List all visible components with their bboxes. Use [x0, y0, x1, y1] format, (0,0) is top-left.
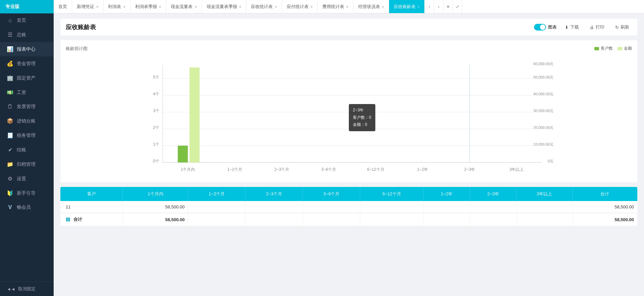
download-icon: ⬇ [565, 25, 569, 30]
sidebar-item-assets[interactable]: 🏢 固定资产 [0, 71, 54, 85]
svg-text:2~3年: 2~3年 [464, 167, 475, 172]
sidebar-item-archive[interactable]: 📁 归档管理 [0, 157, 54, 171]
sidebar-item-guide[interactable]: 🔰 新手引导 [0, 186, 54, 200]
sidebar-item-label: 总账 [17, 32, 26, 38]
sidebar-pin-toggle[interactable]: ◄◄ 取消固定 [0, 282, 54, 296]
tab-nav-right[interactable]: › [434, 0, 443, 13]
legend-color-customers [594, 47, 599, 50]
tab-profit[interactable]: 利润表 × [103, 0, 130, 13]
refresh-label: 刷新 [621, 24, 629, 30]
archive-icon: 📁 [7, 161, 13, 167]
cell-total: 58,500.00 [572, 201, 637, 213]
chart-svg: 0个 1个 2个 3个 4个 5个 0元 10,000.00元 20,000.0… [66, 55, 632, 176]
col-total: 合计 [572, 187, 637, 201]
sidebar-item-closing[interactable]: ✔ 结账 [0, 143, 54, 157]
close-icon[interactable]: × [159, 5, 161, 9]
total-m6 [423, 213, 470, 226]
sidebar-item-salary[interactable]: 💵 工资 [0, 85, 54, 100]
sidebar-item-inventory[interactable]: 📦 进销台账 [0, 114, 54, 128]
legend-label-customers: 客户数 [601, 46, 613, 51]
legend-amount: 金额 [618, 46, 632, 51]
toggle-label: 图表 [548, 24, 557, 30]
sidebar-item-reports[interactable]: 📊 报表中心 [0, 42, 54, 56]
total-row: ▤ 合计 58,500.00 58,500.00 [60, 213, 637, 226]
sidebar-item-home[interactable]: ⌂ 首页 [0, 13, 54, 28]
tab-operations-stat[interactable]: 经营状况表 × [354, 0, 389, 13]
cell-m5 [360, 201, 424, 213]
sidebar-item-label: 税务管理 [17, 133, 36, 139]
col-m6: 1~2年 [423, 187, 470, 201]
close-icon[interactable]: × [346, 5, 348, 9]
tab-close-all[interactable]: ✕ [443, 0, 453, 13]
tab-ar-aging[interactable]: 应收账龄表 × [389, 0, 425, 13]
tax-icon: 🧾 [7, 132, 13, 139]
sidebar-item-label: 新手引导 [17, 190, 36, 196]
sidebar-item-label: 设置 [17, 176, 26, 182]
table-container: 客户 1个月内 1~2个月 2~3个月 3~6个月 6~12个月 1~2年 2~… [60, 187, 637, 226]
close-icon[interactable]: × [239, 5, 241, 9]
reports-icon: 📊 [7, 46, 13, 52]
close-icon[interactable]: × [195, 5, 197, 9]
col-m4: 3~6个月 [303, 187, 360, 201]
cell-m1: 58,500.00 [123, 201, 188, 213]
sidebar-item-label: 结账 [17, 147, 26, 153]
sidebar-item-funds[interactable]: 💰 资金管理 [0, 56, 54, 71]
col-m1: 1个月内 [123, 187, 188, 201]
vip-icon: V [7, 204, 13, 210]
total-m7 [470, 213, 517, 226]
total-m2 [188, 213, 246, 226]
tab-label: 利润表季报 [135, 4, 157, 10]
close-icon[interactable]: × [418, 5, 420, 9]
total-label: ▤ 合计 [60, 213, 123, 226]
tab-receivables-stat[interactable]: 应收统计表 × [246, 0, 282, 13]
page-title: 应收账龄表 [66, 23, 96, 31]
total-m8 [517, 213, 572, 226]
total-total: 58,500.00 [572, 213, 637, 226]
sidebar-item-label: 进销台账 [17, 118, 36, 124]
tab-label: 费用统计表 [322, 4, 344, 10]
col-m5: 6~12个月 [360, 187, 424, 201]
tab-cashflow-quarterly[interactable]: 现金流量表季报 × [202, 0, 246, 13]
svg-text:2个: 2个 [153, 125, 159, 130]
sidebar-item-tax[interactable]: 🧾 税务管理 [0, 128, 54, 143]
close-icon[interactable]: × [382, 5, 384, 9]
tab-cashflow[interactable]: 现金流量表 × [166, 0, 202, 13]
tab-home[interactable]: 首页 [54, 0, 72, 13]
svg-text:5个: 5个 [153, 75, 159, 80]
cell-m7 [470, 201, 517, 213]
close-icon[interactable]: × [275, 5, 277, 9]
svg-text:60,000.00元: 60,000.00元 [533, 62, 553, 66]
total-icon: ▤ [66, 216, 70, 222]
sidebar-item-ledger[interactable]: ☰ 总账 [0, 28, 54, 42]
svg-text:6~12个月: 6~12个月 [367, 167, 384, 172]
tab-expand[interactable]: ⤢ [453, 0, 462, 13]
home-icon: ⌂ [7, 17, 13, 23]
tab-profit-quarterly[interactable]: 利润表季报 × [130, 0, 166, 13]
refresh-button[interactable]: ↻ 刷新 [612, 23, 632, 32]
close-icon[interactable]: × [311, 5, 313, 9]
pin-label: 取消固定 [18, 286, 36, 292]
col-m8: 3年以上 [517, 187, 572, 201]
col-m2: 1~2个月 [188, 187, 246, 201]
svg-text:1个月内: 1个月内 [181, 167, 195, 172]
tab-nav-left[interactable]: ‹ [425, 0, 434, 13]
tab-new-voucher[interactable]: 新增凭证 × [72, 0, 103, 13]
toggle-track[interactable] [534, 24, 546, 31]
close-icon[interactable]: × [96, 5, 98, 9]
svg-text:1~2年: 1~2年 [417, 167, 428, 172]
chart-toggle[interactable]: 图表 [534, 24, 557, 31]
chart-legend: 客户数 金额 [594, 46, 632, 51]
print-icon: 🖨 [590, 25, 594, 30]
tab-label: 应收统计表 [251, 4, 273, 10]
tab-expense-stat[interactable]: 费用统计表 × [318, 0, 353, 13]
sidebar-item-settings[interactable]: ⚙ 设置 [0, 171, 54, 186]
svg-text:0个: 0个 [153, 159, 159, 163]
sidebar-item-vip[interactable]: V 畅会员 [0, 200, 54, 214]
total-m3 [246, 213, 303, 226]
tab-payables-stat[interactable]: 应付统计表 × [282, 0, 318, 13]
sidebar-item-invoice[interactable]: 🗒 发票管理 [0, 100, 54, 114]
close-icon[interactable]: × [123, 5, 125, 9]
tab-label: 应收账龄表 [394, 4, 416, 10]
print-button[interactable]: 🖨 打印 [587, 23, 607, 32]
download-button[interactable]: ⬇ 下载 [562, 23, 582, 32]
